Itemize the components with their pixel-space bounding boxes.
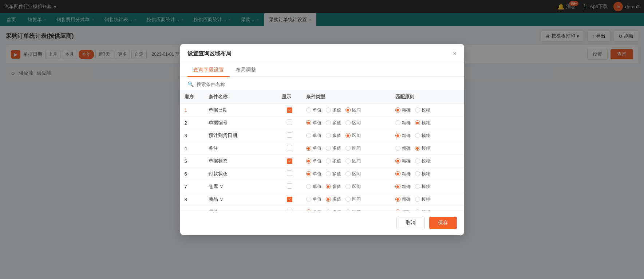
match-radio-item[interactable]: 精确 <box>395 158 411 164</box>
cell-match: 精确模糊 <box>391 142 464 155</box>
match-radio-group: 精确模糊 <box>395 145 460 152</box>
type-radio-item[interactable]: 多值 <box>326 107 341 113</box>
type-radio-group: 单值多值区间 <box>306 184 387 190</box>
match-radio-item[interactable]: 模糊 <box>415 171 430 177</box>
show-checkbox[interactable]: ✓ <box>287 107 292 113</box>
type-radio-item[interactable]: 区间 <box>345 171 361 177</box>
radio-dot <box>345 120 351 125</box>
match-radio-item[interactable]: 模糊 <box>415 184 430 190</box>
match-radio-item[interactable]: 模糊 <box>415 145 430 152</box>
type-radio-item[interactable]: 区间 <box>345 158 361 164</box>
type-radio-item[interactable]: 多值 <box>326 171 341 177</box>
radio-dot <box>345 197 351 202</box>
radio-dot <box>345 146 351 151</box>
radio-label: 多值 <box>332 171 341 177</box>
type-radio-item[interactable]: 单值 <box>306 120 321 126</box>
type-radio-item[interactable]: 区间 <box>345 120 361 126</box>
radio-dot <box>395 158 400 164</box>
cancel-button[interactable]: 取消 <box>396 217 425 229</box>
radio-label: 区间 <box>352 120 361 126</box>
type-radio-item[interactable]: 多值 <box>326 145 341 152</box>
match-radio-item[interactable]: 精确 <box>395 107 411 113</box>
match-radio-item[interactable]: 精确 <box>395 184 411 190</box>
type-radio-item[interactable]: 多值 <box>326 196 341 203</box>
type-radio-group: 单值多值区间 <box>306 196 387 203</box>
radio-label: 模糊 <box>422 145 430 152</box>
cell-name: 备注 <box>204 142 277 155</box>
match-radio-item[interactable]: 模糊 <box>415 158 430 164</box>
table-header: 顺序 条件名称 显示 条件类型 匹配原则 <box>180 90 464 104</box>
radio-dot <box>306 133 311 138</box>
type-radio-item[interactable]: 区间 <box>345 107 361 113</box>
show-checkbox[interactable] <box>287 132 292 138</box>
show-checkbox[interactable] <box>287 170 292 176</box>
match-radio-group: 精确模糊 <box>395 184 460 190</box>
match-radio-item[interactable]: 模糊 <box>415 120 430 126</box>
type-radio-item[interactable]: 多值 <box>326 133 341 139</box>
row-order-number: 4 <box>185 146 187 151</box>
type-radio-item[interactable]: 多值 <box>326 184 341 190</box>
type-radio-item[interactable]: 单值 <box>306 133 321 139</box>
radio-dot <box>326 120 331 125</box>
match-radio-item[interactable]: 模糊 <box>415 196 430 203</box>
type-radio-group: 单值多值区间 <box>306 133 387 139</box>
type-radio-item[interactable]: 区间 <box>345 145 361 152</box>
modal-tab-fields[interactable]: 查询字段设置 <box>187 64 230 77</box>
radio-label: 单值 <box>313 120 321 126</box>
th-name: 条件名称 <box>204 90 277 104</box>
show-checkbox[interactable]: ✓ <box>287 197 292 202</box>
search-icon: 🔍 <box>187 81 194 87</box>
match-radio-item[interactable]: 模糊 <box>415 133 430 139</box>
match-radio-group: 精确模糊 <box>395 107 460 113</box>
show-checkbox[interactable] <box>287 145 292 150</box>
type-radio-item[interactable]: 单值 <box>306 158 321 164</box>
radio-label: 单值 <box>313 145 321 152</box>
table-row: 4备注单值多值区间精确模糊 <box>180 142 464 155</box>
radio-label: 多值 <box>332 107 341 113</box>
modal-tab-layout[interactable]: 布局调整 <box>230 64 262 77</box>
type-radio-item[interactable]: 单值 <box>306 196 321 203</box>
modal-close-button[interactable]: × <box>453 50 457 58</box>
type-radio-item[interactable]: 区间 <box>345 196 361 203</box>
cell-match: 精确模糊 <box>391 168 464 180</box>
radio-label: 单值 <box>313 184 321 190</box>
cell-order: 4 <box>180 142 205 155</box>
cell-order: 5 <box>180 155 205 168</box>
show-checkbox[interactable]: ✓ <box>287 158 292 164</box>
show-checkbox[interactable] <box>287 119 292 125</box>
condition-search-input[interactable] <box>197 82 269 87</box>
radio-label: 模糊 <box>422 133 430 139</box>
type-radio-item[interactable]: 区间 <box>345 184 361 190</box>
cell-show <box>277 117 302 129</box>
radio-label: 单值 <box>313 196 321 203</box>
type-radio-item[interactable]: 单值 <box>306 171 321 177</box>
match-radio-item[interactable]: 精确 <box>395 120 411 126</box>
match-radio-item[interactable]: 精确 <box>395 145 411 152</box>
type-radio-item[interactable]: 区间 <box>345 133 361 139</box>
match-radio-item[interactable]: 精确 <box>395 171 411 177</box>
show-checkbox[interactable] <box>287 183 292 189</box>
match-radio-group: 精确模糊 <box>395 196 460 203</box>
cell-match: 精确模糊 <box>391 117 464 129</box>
radio-dot <box>395 171 400 176</box>
type-radio-item[interactable]: 单值 <box>306 107 321 113</box>
th-match: 匹配原则 <box>391 90 464 104</box>
match-radio-item[interactable]: 精确 <box>395 133 411 139</box>
type-radio-item[interactable]: 单值 <box>306 184 321 190</box>
save-button[interactable]: 保存 <box>429 217 457 229</box>
radio-label: 区间 <box>352 107 361 113</box>
radio-label: 区间 <box>352 171 361 177</box>
modal-table-body: 1单据日期✓单值多值区间精确模糊2单据编号单值多值区间精确模糊3预计到货日期单值… <box>180 104 464 211</box>
row-order-number: 2 <box>185 120 187 126</box>
radio-label: 模糊 <box>422 107 430 113</box>
cell-order: 8 <box>180 193 205 206</box>
type-radio-item[interactable]: 单值 <box>306 145 321 152</box>
cell-match: 精确模糊 <box>391 104 464 117</box>
cell-order: 6 <box>180 168 205 180</box>
type-radio-item[interactable]: 多值 <box>326 120 341 126</box>
match-radio-item[interactable]: 精确 <box>395 196 411 203</box>
match-radio-item[interactable]: 模糊 <box>415 107 430 113</box>
type-radio-item[interactable]: 多值 <box>326 158 341 164</box>
radio-label: 区间 <box>352 184 361 190</box>
radio-dot <box>415 120 420 125</box>
